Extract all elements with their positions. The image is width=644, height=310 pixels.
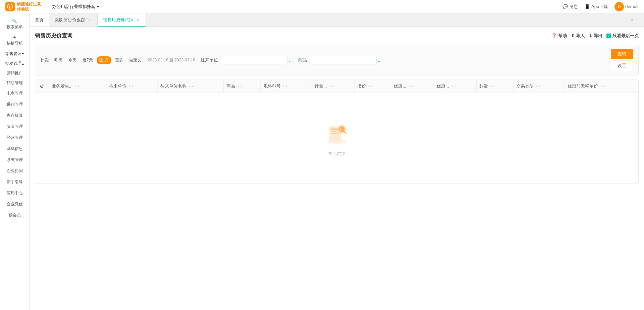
table-header-product[interactable]: 商品 ▲▼ bbox=[224, 80, 260, 93]
empty-illustration: ? bbox=[323, 120, 350, 147]
partner-input[interactable] bbox=[221, 56, 288, 64]
table-header-gear[interactable]: ⚙ bbox=[35, 80, 49, 93]
settings-button[interactable]: 设置 bbox=[611, 60, 633, 71]
data-table-container: ⚙ 业务发生... ▲▼ 往来单位 ▲▼ 往来单位名称 ▲▼ bbox=[35, 80, 639, 184]
date-btn-yesterday[interactable]: 昨天 bbox=[52, 56, 65, 64]
sidebar-item-purchase[interactable]: 采购管理 bbox=[0, 99, 29, 110]
sidebar-item-wholesale[interactable]: 批发管理 ▴ bbox=[0, 59, 29, 68]
sidebar: 🔍 搜索菜单 ★ 快捷导航 零售管理 ▾ 批发管理 ▴ 营销推广 销售管理 电商… bbox=[0, 13, 30, 310]
table-header-partner[interactable]: 往来单位 ▲▼ bbox=[106, 80, 158, 93]
svg-text:好: 好 bbox=[8, 5, 12, 9]
sidebar-item-finance[interactable]: 资金管理 bbox=[0, 121, 29, 132]
table-header-discount1[interactable]: 优惠... ▲▼ bbox=[391, 80, 434, 93]
sidebar-item-app-center[interactable]: 应用中心 bbox=[0, 188, 29, 199]
partner-filter-input-wrap: ... bbox=[221, 56, 293, 64]
sidebar-item-member[interactable]: 畅会员 bbox=[0, 210, 29, 221]
date-btn-custom[interactable]: 自定义 bbox=[127, 56, 144, 64]
import-button[interactable]: ⬆ 导入 bbox=[571, 33, 585, 39]
empty-state: ? 暂无数据 bbox=[35, 93, 638, 184]
tabs-right-actions: × ⛶ bbox=[631, 17, 644, 23]
table-header-row: ⚙ 业务发生... ▲▼ 往来单位 ▲▼ 往来单位名称 ▲▼ bbox=[35, 80, 638, 93]
product-filter-group: 商品 ... bbox=[298, 56, 382, 64]
date-range-display: 2023-02-18 至 2023-03-18 bbox=[148, 57, 195, 63]
date-filter-label: 日期 bbox=[41, 57, 49, 63]
partner-filter-group: 往来单位 ... bbox=[201, 56, 293, 64]
svg-text:?: ? bbox=[340, 128, 342, 131]
account-selector[interactable]: 办公用品行业模拟账套 ▾ bbox=[49, 2, 102, 11]
logo-icon: 好 bbox=[5, 2, 15, 11]
filter-actions: 查询 设置 bbox=[611, 49, 633, 71]
page-title-row: 销售历史价查询 ❓ 帮助 ⬆ 导入 ⬇ 导出 ✓ 只看最后一次 bbox=[35, 32, 639, 39]
sidebar-item-system[interactable]: 系统管理 bbox=[0, 154, 29, 165]
table-header-partner-name[interactable]: 往来单位名称 ▲▼ bbox=[158, 80, 224, 93]
sidebar-item-marketing[interactable]: 营销推广 bbox=[0, 68, 29, 78]
date-btn-more[interactable]: 更多 bbox=[113, 56, 125, 64]
date-btn-1month[interactable]: 近1月 bbox=[97, 56, 112, 64]
table-header-price[interactable]: 报价 ▲▼ bbox=[355, 80, 391, 93]
product-select-button[interactable]: ... bbox=[378, 58, 382, 63]
help-icon: ❓ bbox=[551, 33, 557, 38]
star-icon: ★ bbox=[13, 35, 16, 40]
sidebar-item-wechat[interactable]: 企业微信 bbox=[0, 199, 29, 210]
date-filter-group: 日期 昨天 今天 近7天 近1月 更多 自定义 2023-02-18 至 202… bbox=[41, 56, 195, 64]
tab-sales-close[interactable]: × bbox=[136, 17, 140, 22]
sidebar-item-basic-info[interactable]: 基础信息 bbox=[0, 143, 29, 154]
sort-icon-pretax-price: ▲▼ bbox=[600, 85, 605, 88]
svg-rect-5 bbox=[331, 131, 337, 132]
sidebar-item-quick-nav[interactable]: ★ 快捷导航 bbox=[0, 33, 29, 49]
sidebar-item-search[interactable]: 🔍 搜索菜单 bbox=[0, 16, 29, 33]
product-filter-input-wrap: ... bbox=[310, 56, 382, 64]
search-icon: 🔍 bbox=[12, 19, 17, 23]
table-header-date[interactable]: 业务发生... ▲▼ bbox=[49, 80, 106, 93]
download-icon: 📱 bbox=[585, 4, 590, 9]
table-empty-row: ? 暂无数据 bbox=[35, 93, 638, 184]
fullscreen-icon[interactable]: ⛶ bbox=[637, 17, 641, 23]
only-last-checkbox-wrap[interactable]: ✓ 只看最后一次 bbox=[606, 33, 639, 39]
tab-home[interactable]: 首页 bbox=[30, 13, 49, 27]
date-btn-today[interactable]: 今天 bbox=[66, 56, 79, 64]
sidebar-item-sales[interactable]: 销售管理 bbox=[0, 78, 29, 88]
filter-bar: 日期 昨天 今天 近7天 近1月 更多 自定义 2023-02-18 至 202… bbox=[35, 45, 639, 75]
query-button[interactable]: 查询 bbox=[611, 49, 633, 59]
sidebar-item-ecommerce[interactable]: 电商管理 bbox=[0, 88, 29, 99]
tab-purchase-close[interactable]: × bbox=[87, 18, 92, 22]
close-window-icon[interactable]: × bbox=[631, 17, 634, 23]
date-filter-buttons: 昨天 今天 近7天 近1月 更多 自定义 bbox=[52, 56, 144, 64]
product-input[interactable] bbox=[310, 56, 377, 64]
header-left: 好 畅捷通好生意 标准版 办公用品行业模拟账套 ▾ bbox=[5, 2, 102, 11]
sort-icon-discount1: ▲▼ bbox=[408, 85, 414, 88]
data-table: ⚙ 业务发生... ▲▼ 往来单位 ▲▼ 往来单位名称 ▲▼ bbox=[35, 80, 638, 184]
import-icon: ⬆ bbox=[571, 33, 575, 38]
page-title: 销售历史价查询 bbox=[35, 32, 72, 39]
sort-icon-qty: ▲▼ bbox=[490, 85, 495, 88]
table-header-unit[interactable]: 计量... ▲▼ bbox=[312, 80, 355, 93]
help-button[interactable]: ❓ 帮助 bbox=[551, 33, 567, 39]
sidebar-item-operations[interactable]: 经营管理 bbox=[0, 132, 29, 143]
sidebar-item-retail[interactable]: 零售管理 ▾ bbox=[0, 49, 29, 59]
message-button[interactable]: 💬 消息 bbox=[562, 4, 578, 10]
sidebar-item-inventory[interactable]: 库存核算 bbox=[0, 110, 29, 121]
table-header-pretax-price[interactable]: 优惠前无税单价 ▲▼ bbox=[565, 80, 638, 93]
user-menu[interactable]: D demo2 bbox=[614, 2, 639, 11]
avatar: D bbox=[614, 2, 624, 11]
export-button[interactable]: ⬇ 导出 bbox=[589, 33, 602, 39]
sidebar-item-enterprise[interactable]: 企业协同 bbox=[0, 165, 29, 176]
table-header-spec[interactable]: 规格型号 ▲▼ bbox=[260, 80, 312, 93]
chevron-down-icon: ▾ bbox=[22, 52, 24, 56]
main-content: 销售历史价查询 ❓ 帮助 ⬆ 导入 ⬇ 导出 ✓ 只看最后一次 日期 bbox=[30, 27, 644, 310]
sort-icon-product: ▲▼ bbox=[237, 85, 243, 88]
sidebar-item-beginner[interactable]: 新手引导 bbox=[0, 176, 29, 188]
table-header-qty[interactable]: 数量 ▲▼ bbox=[477, 80, 513, 93]
date-btn-7days[interactable]: 近7天 bbox=[80, 56, 95, 64]
tab-sales-history[interactable]: 销售历史价跟踪 × bbox=[98, 13, 146, 27]
table-header-discount2[interactable]: 优惠... ▲▼ bbox=[434, 80, 477, 93]
table-header-trade-type[interactable]: 交易类型 ▲▼ bbox=[513, 80, 565, 93]
only-last-checkbox[interactable]: ✓ bbox=[606, 34, 611, 38]
message-icon: 💬 bbox=[562, 4, 568, 9]
tab-purchase-history[interactable]: 采购历史价跟踪 × bbox=[49, 13, 98, 27]
partner-select-button[interactable]: ... bbox=[289, 58, 293, 63]
app-download-button[interactable]: 📱 App下载 bbox=[585, 4, 608, 10]
sort-icon-discount2: ▲▼ bbox=[451, 85, 456, 88]
sort-icon-price: ▲▼ bbox=[368, 85, 373, 88]
gear-icon: ⚙ bbox=[40, 84, 44, 89]
